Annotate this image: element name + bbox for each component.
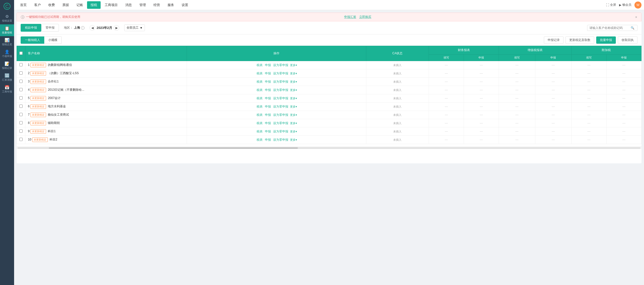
action-more[interactable]: 更多▾ [290, 105, 297, 108]
row-checkbox-1[interactable] [19, 71, 23, 75]
action-declare[interactable]: 申报 [265, 130, 271, 133]
sidebar-item-batch-tax[interactable]: 📋 批量报税 [0, 24, 14, 36]
member-button[interactable]: ▶ 畅会员 [619, 3, 631, 7]
action-set-zero[interactable]: 设为零申报 [273, 138, 288, 141]
action-set-zero[interactable]: 设为零申报 [273, 80, 288, 83]
action-declare[interactable]: 申报 [265, 138, 271, 141]
action-more[interactable]: 更多▾ [290, 130, 297, 133]
row-checkbox-7[interactable] [19, 121, 23, 124]
tab-small-scale[interactable]: 小规模 [44, 36, 62, 44]
declare-records-button[interactable]: 申报记录 [544, 36, 564, 44]
tab-tax-declare[interactable]: 税款申报 [21, 24, 41, 32]
action-tax-table[interactable]: 税表 [257, 80, 263, 83]
region-info-icon[interactable]: i [81, 26, 85, 30]
action-tax-table[interactable]: 税表 [257, 63, 263, 67]
search-icon[interactable]: 🔍 [631, 26, 634, 30]
action-declare[interactable]: 申报 [265, 113, 271, 117]
sidebar-item-tax-overview[interactable]: 📊 报税总览 [0, 36, 14, 48]
banner-link-declare[interactable]: 申报汇签 [344, 15, 356, 19]
action-declare[interactable]: 申报 [265, 105, 271, 108]
action-declare[interactable]: 申报 [265, 97, 271, 100]
sidebar-item-annual-report[interactable]: 📅 工商年报 [0, 83, 14, 95]
nav-operations[interactable]: 经营 [150, 1, 164, 9]
action-declare[interactable]: 申报 [265, 72, 271, 75]
employee-dropdown[interactable]: 全部员工 ▼ [124, 24, 145, 31]
sidebar-item-personal-tax[interactable]: 👤 个税申报 [0, 48, 14, 60]
update-quota-button[interactable]: 更新税定及取数 [566, 36, 594, 44]
sidebar-item-tax-records[interactable]: 📝 报税记录 [0, 60, 14, 72]
sidebar-item-calc-clear[interactable]: 🔢 汇算清缴 [0, 72, 14, 83]
action-set-zero[interactable]: 设为零申报 [273, 113, 288, 117]
nav-tax[interactable]: 报税 [87, 1, 101, 9]
row-col-5: — [606, 119, 641, 127]
action-set-zero[interactable]: 设为零申报 [273, 72, 288, 75]
action-tax-table[interactable]: 税表 [257, 113, 263, 117]
action-declare[interactable]: 申报 [265, 80, 271, 83]
action-more[interactable]: 更多▾ [290, 88, 297, 91]
action-set-zero[interactable]: 设为零申报 [273, 97, 288, 100]
nav-bookkeeping[interactable]: 记账 [73, 1, 87, 9]
header-fill-2: 填写 [499, 55, 535, 61]
get-back-button[interactable]: 收取回执 [618, 36, 637, 44]
action-tax-table[interactable]: 税表 [257, 105, 263, 108]
header-additional-tax: 附加税 [571, 46, 641, 55]
bottom-scrollbar[interactable] [17, 147, 641, 149]
nav-business[interactable]: 工商项目 [101, 1, 121, 9]
action-more[interactable]: 更多▾ [290, 80, 297, 83]
action-declare[interactable]: 申报 [265, 63, 271, 67]
action-more[interactable]: 更多▾ [290, 64, 297, 67]
nav-customer[interactable]: 客户 [31, 1, 44, 9]
action-tax-table[interactable]: 税表 [257, 72, 263, 75]
action-more[interactable]: 更多▾ [290, 72, 297, 75]
action-more[interactable]: 更多▾ [290, 122, 297, 125]
banner-close-button[interactable]: × [635, 15, 637, 19]
table-row: 5 未更新税定 2007会计 税表 申报 设为零申报 更多▾ 未插入 —————… [17, 94, 641, 103]
nav-invoice[interactable]: 票据 [59, 1, 72, 9]
row-checkbox-4[interactable] [19, 96, 23, 100]
row-col-1: — [464, 103, 499, 111]
search-input[interactable] [589, 26, 630, 30]
row-checkbox-6[interactable] [19, 113, 23, 116]
avatar[interactable]: W [634, 2, 641, 9]
row-checkbox-0[interactable] [19, 63, 23, 66]
row-checkbox-5[interactable] [19, 105, 23, 108]
action-set-zero[interactable]: 设为零申报 [273, 130, 288, 133]
action-more[interactable]: 更多▾ [290, 97, 297, 100]
nav-settings[interactable]: 设置 [178, 1, 192, 9]
row-checkbox-9[interactable] [19, 138, 23, 141]
sidebar-item-tax-settings[interactable]: ⚙ 报税设置 [0, 13, 14, 24]
action-set-zero[interactable]: 设为零申报 [273, 121, 288, 125]
month-next-button[interactable]: ▶ [114, 25, 119, 31]
action-tax-table[interactable]: 税表 [257, 130, 263, 133]
nav-services[interactable]: 服务 [164, 1, 178, 9]
fullscreen-button[interactable]: ⛶ 全屏 [606, 3, 616, 7]
banner-link-buy[interactable]: 立即购买 [359, 15, 371, 19]
action-tax-table[interactable]: 税表 [257, 138, 263, 141]
nav-home[interactable]: 首页 [17, 1, 30, 9]
tab-zero-declare[interactable]: 零申报 [41, 24, 59, 32]
action-tax-table[interactable]: 税表 [257, 88, 263, 92]
tab-general-taxpayer[interactable]: 一般纳税人 [21, 36, 44, 44]
row-checkbox-2[interactable] [19, 80, 23, 83]
action-set-zero[interactable]: 设为零申报 [273, 63, 288, 67]
action-more[interactable]: 更多▾ [290, 138, 297, 141]
action-more[interactable]: 更多▾ [290, 113, 297, 116]
batch-declare-button[interactable]: 批量申报 [596, 36, 616, 44]
nav-management[interactable]: 管理 [136, 1, 149, 9]
row-status-tag: 未更新税定 [30, 104, 46, 109]
month-prev-button[interactable]: ◀ [90, 25, 95, 31]
row-checkbox-3[interactable] [19, 88, 23, 91]
nav-messages[interactable]: 消息 [122, 1, 135, 9]
row-col-3: — [535, 136, 571, 144]
action-set-zero[interactable]: 设为零申报 [273, 105, 288, 108]
table-row: 10 未更新税定 科目2 税表 申报 设为零申报 更多▾ 未插入 —————— [17, 136, 641, 144]
select-all-checkbox[interactable] [19, 52, 23, 55]
action-declare[interactable]: 申报 [265, 88, 271, 92]
nav-billing[interactable]: 收费 [45, 1, 58, 9]
action-tax-table[interactable]: 税表 [257, 121, 263, 125]
action-declare[interactable]: 申报 [265, 121, 271, 125]
action-tax-table[interactable]: 税表 [257, 97, 263, 100]
row-checkbox-8[interactable] [19, 129, 23, 133]
action-set-zero[interactable]: 设为零申报 [273, 88, 288, 92]
row-checkbox-cell [17, 78, 25, 86]
